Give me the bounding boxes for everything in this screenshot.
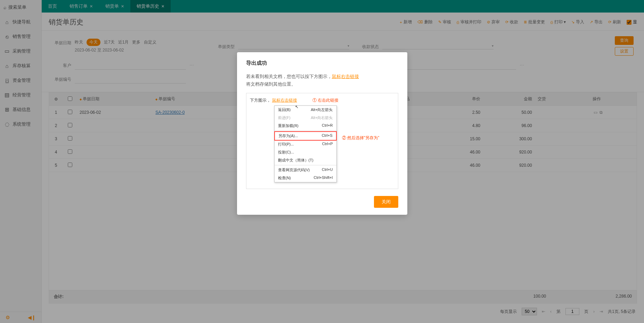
modal-text-2: 将文档存储到其他位置。 xyxy=(246,81,296,87)
ctx-item: 打印(P)...Ctrl+P xyxy=(275,140,336,148)
export-success-modal: 导出成功 若未看到相关文档，您也可以按下方图示，鼠标右击链接 将文档存储到其他位… xyxy=(237,52,407,215)
fig-link: 鼠标右击链接 xyxy=(272,97,297,103)
fig-prefix: 下方图示， xyxy=(250,97,271,103)
ctx-item: 查看网页源代码(V)Ctrl+U xyxy=(275,166,336,174)
close-button[interactable]: 关闭 xyxy=(374,196,398,208)
modal-overlay: 导出成功 若未看到相关文档，您也可以按下方图示，鼠标右击链接 将文档存储到其他位… xyxy=(0,0,644,323)
modal-link-rightclick[interactable]: 鼠标右击链接 xyxy=(332,74,359,79)
context-menu-illustration: 返回(B)Alt+向左箭头前进(F)Alt+向右箭头重新加载(R)Ctrl+R另… xyxy=(274,105,337,182)
ctx-item: 另存为(A)...Ctrl+S xyxy=(274,131,337,141)
modal-figure: 下方图示， 鼠标右击链接 ① 右击此链接 ↖ 返回(B)Alt+向左箭头前进(F… xyxy=(246,93,398,189)
ctx-item: 投射(C)... xyxy=(275,148,336,156)
fig-annotation-1: ① 右击此链接 xyxy=(312,97,339,103)
fig-annotation-2: ② 然后选择"另存为" xyxy=(342,135,380,141)
ctx-item: 返回(B)Alt+向左箭头 xyxy=(275,106,336,114)
ctx-item: 重新加载(R)Ctrl+R xyxy=(275,122,336,130)
modal-text-1: 若未看到相关文档，您也可以按下方图示， xyxy=(246,74,332,79)
ctx-item: 翻成中文（简体）(T) xyxy=(275,156,336,164)
ctx-item: 前进(F)Alt+向右箭头 xyxy=(275,114,336,122)
modal-title: 导出成功 xyxy=(246,60,398,66)
ctx-item: 检查(N)Ctrl+Shift+I xyxy=(275,174,336,182)
